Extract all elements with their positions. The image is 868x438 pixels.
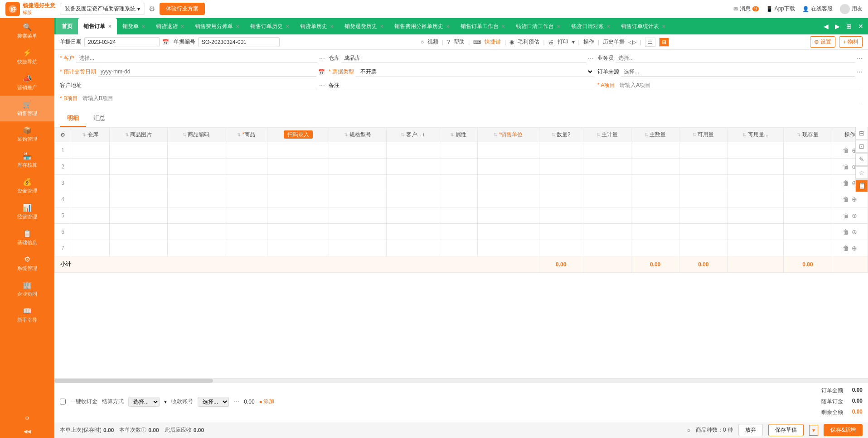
th-settings[interactable]: ⚙ (55, 128, 71, 142)
print-action[interactable]: 打印 (558, 38, 568, 46)
address-more-icon[interactable]: ··· (319, 82, 325, 90)
date-input[interactable] (84, 37, 160, 47)
sidebar-item-guide[interactable]: 📖 新手引导 (0, 302, 54, 328)
tab-sales-order[interactable]: 销售订单 ✕ (78, 18, 117, 34)
row-copy-4[interactable]: ⊕ (852, 196, 857, 203)
save-new-button[interactable]: 保存&新增 (824, 424, 863, 436)
row-available2-3[interactable] (727, 175, 784, 191)
nav-prev-icon[interactable]: ◀ (821, 22, 831, 31)
row-unit-1[interactable] (478, 142, 539, 159)
tab-close-icon[interactable]: ✕ (180, 24, 184, 29)
tab-sales-return[interactable]: 销货退货 ✕ (150, 18, 189, 34)
row-customer-1[interactable] (387, 142, 439, 159)
tab-summary[interactable]: 汇总 (86, 111, 112, 127)
app-download-button[interactable]: 📱 App下载 (766, 5, 795, 13)
nav-next-icon[interactable]: ▶ (832, 22, 843, 31)
view-action[interactable]: 视频 (427, 38, 438, 46)
tab-close-icon[interactable]: ✕ (330, 24, 334, 29)
sidebar-item-inventory[interactable]: 🏪 库存核算 (0, 147, 54, 173)
row-available2-1[interactable] (727, 142, 784, 159)
system-selector[interactable]: 装备及固定资产辅助管理系统 ▾ (60, 3, 145, 15)
view-toggle-list[interactable]: ☰ (645, 38, 655, 47)
row-main-unit-3[interactable] (583, 175, 631, 191)
row-scan-2[interactable] (267, 159, 329, 175)
sidebar-item-marketing[interactable]: 📣 营销推广 (0, 70, 54, 96)
calendar-icon[interactable]: 📅 (162, 39, 169, 45)
settings-icon[interactable]: ⚙ (149, 5, 155, 13)
row-copy-7[interactable]: ⊕ (852, 245, 857, 252)
row-code-3[interactable] (167, 175, 225, 191)
solution-button[interactable]: 体验行业方案 (160, 3, 205, 15)
row-main-qty-1[interactable] (631, 142, 679, 159)
row-image-2[interactable] (110, 159, 167, 175)
delivery-date-input[interactable] (98, 67, 316, 77)
a-project-input[interactable] (617, 81, 863, 90)
row-image-3[interactable] (110, 175, 167, 191)
tab-close-icon[interactable]: ✕ (286, 24, 289, 29)
online-service-button[interactable]: 👤 在线客服 (802, 5, 833, 13)
rp-btn-4[interactable]: ☆ (855, 166, 868, 179)
customer-input[interactable] (76, 53, 317, 63)
warehouse-more-icon[interactable]: ··· (588, 54, 594, 63)
row-delete-4[interactable]: 🗑 (843, 196, 849, 203)
calendar-small-icon[interactable]: 📅 (318, 69, 325, 75)
row-customer-2[interactable] (387, 159, 439, 175)
tab-order-stats[interactable]: 销售订单统计表 ✕ (616, 18, 671, 34)
tab-close-icon[interactable]: ✕ (380, 24, 383, 29)
nav-close-icon[interactable]: ✕ (855, 22, 866, 31)
rp-btn-3[interactable]: ✎ (855, 153, 868, 166)
row-delete-7[interactable]: 🗑 (843, 245, 849, 252)
print-arrow[interactable]: ▾ (572, 39, 575, 45)
tab-home[interactable]: 首页 (56, 18, 78, 34)
tab-order-workbench[interactable]: 销售订单工作台 ✕ (455, 18, 510, 34)
row-stock-2[interactable] (784, 159, 832, 175)
add-material-button[interactable]: + 物料 (839, 36, 863, 48)
row-qty2-3[interactable] (539, 175, 583, 191)
table-scroll-thumb[interactable] (54, 379, 213, 383)
sidebar-item-enterprise[interactable]: 🏢 企业协同 (0, 276, 54, 302)
address-input[interactable] (83, 81, 317, 90)
rp-btn-2[interactable]: ⊡ (855, 140, 868, 153)
operate-action[interactable]: 操作 (583, 38, 594, 46)
row-stock-3[interactable] (784, 175, 832, 191)
hotkey-action[interactable]: 快捷键 (485, 38, 501, 46)
sidebar-item-purchase[interactable]: 📦 采购管理 (0, 121, 54, 147)
row-copy-6[interactable]: ⊕ (852, 228, 857, 236)
row-delete-2[interactable]: 🗑 (843, 163, 849, 170)
receipt-more-icon[interactable]: ··· (233, 398, 239, 406)
row-available-1[interactable] (679, 142, 727, 159)
remark-input[interactable] (341, 81, 594, 90)
row-attr-3[interactable] (439, 175, 477, 191)
row-attr-2[interactable] (439, 159, 477, 175)
tab-sales-expense[interactable]: 销售费用分摊单 ✕ (189, 18, 245, 34)
row-main-unit-1[interactable] (583, 142, 631, 159)
add-button[interactable]: ● 添加 (259, 398, 274, 405)
tab-close-icon[interactable]: ✕ (108, 24, 112, 29)
row-unit-2[interactable] (478, 159, 539, 175)
row-qty2-1[interactable] (539, 142, 583, 159)
row-stock-1[interactable] (784, 142, 832, 159)
b-project-input[interactable] (80, 94, 863, 103)
invoice-type-select[interactable]: 不开票 (356, 67, 594, 77)
row-scan-1[interactable] (267, 142, 329, 159)
sidebar-item-system[interactable]: ⚙ 系统管理 (0, 250, 54, 276)
tab-sales-goods[interactable]: 销货单 ✕ (117, 18, 150, 34)
order-source-input[interactable] (621, 67, 855, 77)
staff-input[interactable] (616, 53, 855, 63)
table-scrollbar[interactable] (54, 378, 868, 383)
row-customer-3[interactable] (387, 175, 439, 191)
tab-close-icon[interactable]: ✕ (141, 24, 145, 29)
row-main-qty-3[interactable] (631, 175, 679, 191)
row-code-2[interactable] (167, 159, 225, 175)
row-spec-2[interactable] (329, 159, 386, 175)
row-spec-3[interactable] (329, 175, 386, 191)
tab-goods-history[interactable]: 销货单历史 ✕ (295, 18, 339, 34)
customer-more-icon[interactable]: ··· (319, 54, 325, 63)
row-delete-5[interactable]: 🗑 (843, 212, 849, 219)
row-code-1[interactable] (167, 142, 225, 159)
row-main-unit-2[interactable] (583, 159, 631, 175)
row-copy-5[interactable]: ⊕ (852, 212, 857, 219)
receipt-select[interactable]: 选择... (198, 397, 229, 407)
tab-close-icon[interactable]: ✕ (446, 24, 450, 29)
tab-close-icon[interactable]: ✕ (557, 24, 560, 29)
